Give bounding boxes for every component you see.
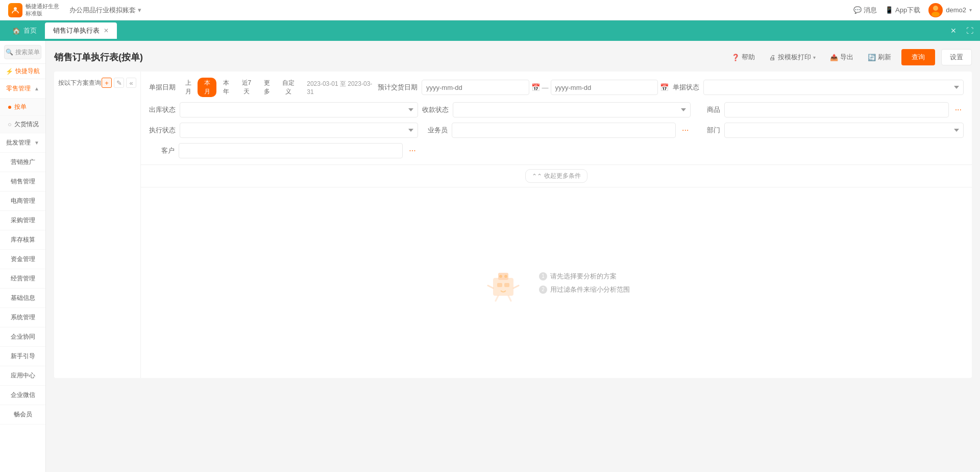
this-month-button[interactable]: 本月 — [198, 78, 216, 97]
tab-close-icon[interactable]: ✕ — [104, 27, 109, 34]
empty-illustration — [483, 263, 524, 303]
active-dot-icon — [8, 106, 11, 109]
filter-item-expected-date: 预计交货日期 📅 — 📅 — [378, 80, 669, 95]
sidebar-item-enterprise[interactable]: 企业协同 — [0, 327, 45, 347]
svg-point-7 — [504, 275, 507, 278]
add-icon: + — [105, 79, 109, 87]
svg-rect-9 — [504, 283, 509, 287]
sidebar-item-ecommerce[interactable]: 电商管理 — [0, 192, 45, 211]
print-icon: 🖨 — [769, 54, 776, 61]
salesperson-input[interactable] — [452, 123, 676, 138]
inactive-dot-icon — [8, 123, 11, 126]
dept-select[interactable] — [724, 123, 964, 138]
query-button[interactable]: 查询 — [901, 49, 935, 65]
sidebar-item-system[interactable]: 系统管理 — [0, 308, 45, 327]
customer-more-icon[interactable]: ··· — [407, 146, 418, 155]
filter-row-4: 客户 ··· — [149, 143, 964, 158]
search-menu-button[interactable]: 🔍 搜索菜单 — [4, 45, 41, 59]
content-area: 销售订单执行表(按单) ❓ 帮助 🖨 按模板打印 ▾ 📤 导出 — [46, 41, 980, 472]
user-menu[interactable]: demo2 ▾ — [928, 3, 972, 17]
expected-date-end[interactable] — [551, 80, 658, 95]
edit-scheme-button[interactable]: ✎ — [114, 78, 124, 88]
page-header: 销售订单执行表(按单) ❓ 帮助 🖨 按模板打印 ▾ 📤 导出 — [54, 49, 972, 65]
empty-state: 1 请先选择要分析的方案 2 用过滤条件来缩小分析范围 — [141, 187, 972, 378]
expected-date-start[interactable] — [422, 80, 529, 95]
this-year-button[interactable]: 本年 — [216, 78, 235, 97]
calendar-start-icon[interactable]: 📅 — [531, 83, 540, 91]
custom-button[interactable]: 自定义 — [277, 78, 301, 97]
export-icon: 📤 — [830, 54, 838, 61]
logo-area: 畅捷通好生意 标准版 — [8, 3, 59, 17]
edit-icon: ✎ — [116, 79, 122, 87]
tab-maximize-button[interactable]: ⛶ — [964, 25, 976, 37]
sidebar-item-basic[interactable]: 基础信息 — [0, 289, 45, 308]
search-icon: 🔍 — [6, 49, 13, 56]
sidebar-item-finance[interactable]: 资金管理 — [0, 250, 45, 269]
sidebar-item-wholesale[interactable]: 批发管理 ▼ — [0, 133, 45, 153]
doc-status-select[interactable] — [703, 80, 964, 95]
outbound-status-select[interactable] — [180, 102, 418, 117]
filter-row-1: 单据日期 上月 本月 本年 近7天 更多 自定义 2023-03-01 至 20… — [149, 78, 964, 97]
message-button[interactable]: 💬 消息 — [853, 6, 877, 15]
filter-item-collection: 收款状态 — [422, 102, 691, 117]
main-layout: 🔍 搜索菜单 ⚡ 快捷导航 零售管理 ▲ 按单 欠货情况 批发管理 ▼ 营销推广 — [0, 41, 980, 472]
sidebar-item-member[interactable]: 畅会员 — [0, 405, 45, 424]
sidebar-item-apps[interactable]: 应用中心 — [0, 366, 45, 386]
add-scheme-button[interactable]: + — [102, 78, 112, 88]
dept-select-wrapper — [724, 123, 964, 138]
settings-button[interactable]: 设置 — [941, 49, 972, 65]
collapse-panel-button[interactable]: « — [126, 78, 136, 88]
customer-input[interactable] — [179, 143, 403, 158]
goods-input[interactable] — [724, 102, 948, 117]
collapse-conditions-button[interactable]: ⌃⌃ 收起更多条件 — [525, 169, 587, 183]
sidebar-item-purchase[interactable]: 采购管理 — [0, 211, 45, 230]
last-month-button[interactable]: 上月 — [179, 78, 198, 97]
sidebar-item-operations[interactable]: 经营管理 — [0, 269, 45, 289]
collapse-arrow-icon: ⌃⌃ — [532, 173, 542, 180]
last7days-button[interactable]: 近7天 — [235, 78, 257, 97]
refresh-button[interactable]: 🔄 刷新 — [864, 51, 895, 64]
sidebar: 🔍 搜索菜单 ⚡ 快捷导航 零售管理 ▲ 按单 欠货情况 批发管理 ▼ 营销推广 — [0, 41, 46, 472]
goods-more-icon[interactable]: ··· — [953, 105, 964, 114]
filter-item-customer: 客户 ··· — [149, 143, 418, 158]
left-filter-panel: 按以下方案查询 + ✎ « — [54, 72, 141, 378]
svg-point-0 — [14, 7, 17, 10]
sidebar-item-sales[interactable]: 销售管理 — [0, 172, 45, 192]
tab-minimize-button[interactable]: ✕ — [947, 25, 960, 37]
tab-sales-order[interactable]: 销售订单执行表 ✕ — [45, 22, 117, 39]
collection-status-select[interactable] — [453, 102, 691, 117]
print-button[interactable]: 🖨 按模板打印 ▾ — [765, 51, 820, 64]
logo-text: 畅捷通好生意 标准版 — [26, 3, 59, 16]
app-download-button[interactable]: 📱 App下载 — [885, 6, 920, 15]
tab-home[interactable]: 🏠 首页 — [4, 22, 45, 39]
page-actions: ❓ 帮助 🖨 按模板打印 ▾ 📤 导出 🔄 刷新 — [727, 49, 972, 65]
calendar-end-icon[interactable]: 📅 — [660, 83, 669, 91]
sidebar-item-inventory[interactable]: 库存核算 — [0, 230, 45, 250]
filter-row-3: 执行状态 业务员 ··· — [149, 123, 964, 138]
sidebar-item-marketing[interactable]: 营销推广 — [0, 153, 45, 172]
content-with-left: 按以下方案查询 + ✎ « — [54, 72, 972, 378]
date-quick-buttons: 上月 本月 本年 近7天 更多 自定义 — [179, 78, 301, 97]
top-bar-left: 畅捷通好生意 标准版 办公用品行业模拟账套 ▾ — [8, 3, 141, 17]
quick-nav-button[interactable]: ⚡ 快捷导航 — [0, 64, 45, 79]
sidebar-sub-item-arrears[interactable]: 欠货情况 — [0, 116, 45, 133]
salesperson-more-icon[interactable]: ··· — [680, 126, 691, 135]
left-filter-icons: + ✎ « — [102, 78, 136, 88]
export-button[interactable]: 📤 导出 — [826, 51, 857, 64]
sidebar-sub-item-order[interactable]: 按单 — [0, 99, 45, 116]
help-button[interactable]: ❓ 帮助 — [727, 51, 759, 64]
expected-date-range: 📅 — 📅 — [422, 80, 669, 95]
filter-item-salesperson: 业务员 ··· — [422, 123, 691, 138]
more-button[interactable]: 更多 — [257, 78, 276, 97]
outbound-select-wrapper — [180, 102, 418, 117]
empty-tips: 1 请先选择要分析的方案 2 用过滤条件来缩小分析范围 — [539, 272, 630, 294]
sidebar-item-guide[interactable]: 新手引导 — [0, 347, 45, 366]
exec-status-select[interactable] — [180, 123, 418, 138]
user-dropdown-icon: ▾ — [969, 7, 972, 13]
svg-rect-8 — [497, 283, 502, 287]
filter-item-outbound: 出库状态 — [149, 102, 418, 117]
sidebar-item-retail[interactable]: 零售管理 ▲ — [0, 79, 45, 99]
left-filter-header: 按以下方案查询 + ✎ « — [58, 78, 136, 88]
avatar — [928, 3, 943, 17]
sidebar-item-wechat[interactable]: 企业微信 — [0, 386, 45, 405]
